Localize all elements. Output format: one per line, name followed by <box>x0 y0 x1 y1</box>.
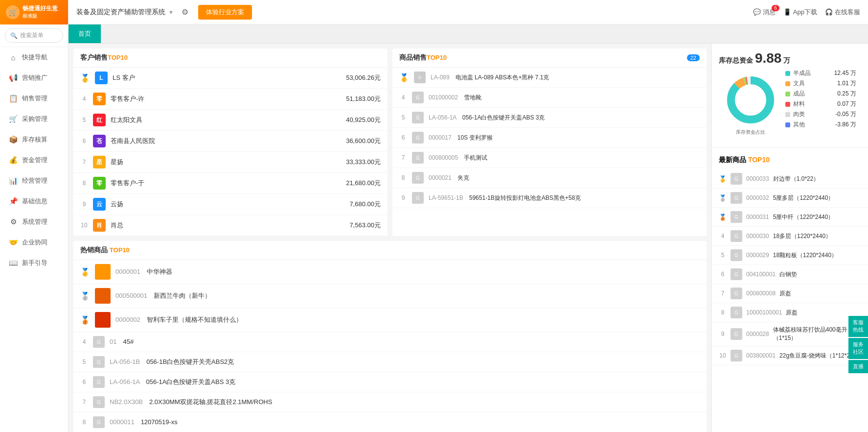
list-item: 7 星 星扬 33,333.00元 <box>73 152 388 173</box>
rank-number: 8 <box>80 180 88 187</box>
sidebar-item-label: 营销推广 <box>22 73 47 82</box>
sidebar-item-label: 基础信息 <box>22 197 47 206</box>
sidebar-item-yingxiao[interactable]: 📢 营销推广 <box>0 68 68 88</box>
rank-number: 10 <box>80 222 88 229</box>
customer-name: 苍南县人民医院 <box>111 137 341 145</box>
logo-badge: 标准版 <box>23 13 58 20</box>
list-item: 🥇 L LS 客户 53,006.26元 <box>73 68 388 89</box>
product-icon: G <box>731 328 742 340</box>
message-button[interactable]: 💬 消息 6 <box>753 8 776 17</box>
live-stream-button[interactable]: 直播 <box>848 360 868 373</box>
rank-icon: 🥇 <box>80 73 90 83</box>
service-community-button[interactable]: 服务社区 <box>848 338 868 359</box>
list-item: 5 G LA-056-1B 056-1B白色按键开关壳ABS2克 <box>73 352 707 372</box>
customer-name: 红太阳文具 <box>111 116 341 124</box>
newest-item: 6 G 004100001 白钢垫 <box>712 265 868 284</box>
customer-service-button[interactable]: 客服热线 <box>848 316 868 337</box>
search-menu-button[interactable]: 🔍 搜索菜单 <box>5 28 63 43</box>
product-icon: G <box>731 230 742 242</box>
newest-item: 10 G 003800001 22g鱼豆腐-烧烤味（1*12*20） <box>712 346 868 365</box>
product-name: 18颗粒板（1220*2440） <box>773 251 861 260</box>
donut-chart: 库存资金占比 <box>724 73 777 127</box>
list-item: 5 G LA-056-1A 056-1A白色按键开关盖ABS 3克 <box>392 108 707 128</box>
newest-item: 9 G 0000028 体械荔枝味苏打饮品400毫升（1*15） <box>712 322 868 346</box>
legend-name: 材料 <box>793 100 834 108</box>
rank-number: 6 <box>80 138 88 144</box>
rank-number: 7 <box>80 399 88 406</box>
newest-item: 7 G 000800008 原盔 <box>712 284 868 303</box>
product-info: 0000002 智利车子里（规格不知道填什么） <box>115 315 700 324</box>
legend-dot <box>785 92 790 96</box>
jingying-icon: 📊 <box>8 176 18 185</box>
newest-top-label: TOP10 <box>748 156 770 164</box>
sidebar-item-xinshou[interactable]: 📖 新手引导 <box>0 253 68 273</box>
sidebar-nav: ⌂ 快捷导航 📢 营销推广 📋 销售管理 🛒 采购管理 📦 库存核算 💰 资金管… <box>0 47 68 273</box>
sidebar-item-jichu[interactable]: 📌 基础信息 <box>0 191 68 212</box>
customer-name: 零售客户-于 <box>111 179 341 188</box>
list-item: 4 G 01 45# <box>73 332 707 352</box>
product-icon: G <box>93 416 105 428</box>
product-icon: G <box>731 350 742 361</box>
sidebar-item-kuaijie[interactable]: ⌂ 快捷导航 <box>0 47 68 68</box>
product-info: 0000017 10S 变利罗猴 <box>429 134 700 142</box>
list-item: 9 云 云扬 7,680.00元 <box>73 194 388 215</box>
donut-svg <box>724 73 777 127</box>
sidebar-item-label: 销售管理 <box>22 94 47 103</box>
product-icon: G <box>93 356 105 368</box>
sidebar-item-xiaoshou[interactable]: 📋 销售管理 <box>0 88 68 109</box>
product-thumbnail <box>95 288 111 304</box>
xitong-icon: ⚙ <box>8 217 18 226</box>
donut-chart-container: 库存资金占比 半成品 12.45 万 文具 1.01 万 <box>719 69 861 136</box>
sidebar-item-jingying[interactable]: 📊 经营管理 <box>0 170 68 191</box>
search-icon: 🔍 <box>10 32 18 39</box>
yingxiao-icon: 📢 <box>8 73 18 82</box>
gear-icon[interactable]: ⚙ <box>182 7 188 17</box>
rank-icon: 🥇 <box>719 175 727 183</box>
sidebar-item-caigou[interactable]: 🛒 采购管理 <box>0 109 68 129</box>
legend-dot <box>785 81 790 86</box>
sidebar-item-xitong[interactable]: ⚙ 系统管理 <box>0 212 68 232</box>
rank-number: 7 <box>719 290 727 297</box>
content-area: 客户销售TOP10 🥇 L LS 客户 53,006.26元 4 零 零售客户- <box>69 44 868 432</box>
trial-button[interactable]: 体验行业方案 <box>198 5 252 20</box>
product-sales-badge: 22 <box>687 54 700 61</box>
online-service-button[interactable]: 🎧 在线客服 <box>825 8 860 17</box>
product-name: 5厘中纤（1220*2440） <box>773 213 861 221</box>
product-info: NB2.0X30B 2.0X30MM双搓花轴,搓花直径2.1MM/ROHS <box>110 398 700 407</box>
list-item: 7 G 000800005 手机测试 <box>392 148 707 168</box>
legend-value: 0.25 万 <box>837 90 856 98</box>
newest-item: 🥈 G 0000032 5厘多层（1220*2440） <box>712 189 868 208</box>
product-icon: G <box>93 336 105 348</box>
inventory-section: 库存总资金 9.88 万 <box>712 44 868 148</box>
float-service-panel: 客服热线 服务社区 直播 <box>848 316 868 373</box>
sidebar-item-zijin[interactable]: 💰 资金管理 <box>0 150 68 170</box>
legend-name: 成品 <box>793 90 834 98</box>
product-info: 0000001 中华神器 <box>115 267 700 276</box>
product-name: 体械荔枝味苏打饮品400毫升（1*15） <box>773 326 861 342</box>
newest-item: 🥇 G 0000033 封边带（1.0*22） <box>712 169 868 189</box>
app-download-button[interactable]: 📱 App下载 <box>783 8 817 17</box>
list-item: 8 零 零售客户-于 21,680.00元 <box>73 173 388 194</box>
legend-value: -3.86 万 <box>835 120 856 129</box>
list-item: 7 G NB2.0X30B 2.0X30MM双搓花轴,搓花直径2.1MM/ROH… <box>73 392 707 412</box>
product-icon: G <box>93 396 105 408</box>
sidebar-item-label: 新手引导 <box>22 259 47 267</box>
sidebar-item-kucun[interactable]: 📦 库存核算 <box>0 129 68 150</box>
list-item: 6 苍 苍南县人民医院 36,600.00元 <box>73 131 388 152</box>
product-info: 000800005 手机测试 <box>429 154 700 162</box>
tab-home[interactable]: 首页 <box>69 24 101 43</box>
list-item: 6 G 0000017 10S 变利罗猴 <box>392 128 707 148</box>
product-info: LA-089 电池盖 LA-089 ABS本色+黑种 7.1克 <box>431 73 700 82</box>
product-name: 5厘多层（1220*2440） <box>773 194 861 202</box>
legend-dot <box>785 112 790 117</box>
sidebar-item-qiye[interactable]: 🤝 企业协同 <box>0 232 68 253</box>
rank-number: 9 <box>80 201 88 208</box>
system-name[interactable]: 装备及固定资产辅助管理系统 ▼ <box>76 8 174 17</box>
product-code: 0000028 <box>746 331 769 337</box>
rank-icon: 🥈 <box>80 291 90 301</box>
product-icon: G <box>731 268 742 280</box>
topbar-right: 💬 消息 6 📱 App下载 🎧 在线客服 <box>753 8 860 17</box>
product-info: 0000011 12070519-xs <box>110 418 700 427</box>
product-code: 003800001 <box>746 352 776 359</box>
product-sales-list: 🥇 G LA-089 电池盖 LA-089 ABS本色+黑种 7.1克 4 G … <box>392 68 707 208</box>
